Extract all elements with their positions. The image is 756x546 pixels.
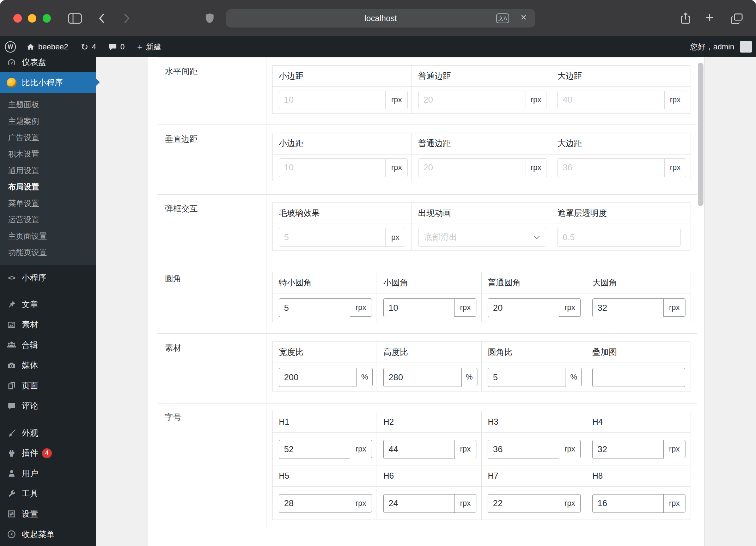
site-name-button[interactable]: beebee2 — [26, 42, 68, 51]
forward-button[interactable] — [124, 13, 130, 24]
subitem-menu-settings[interactable]: 菜单设置 — [0, 195, 96, 212]
back-button[interactable] — [98, 13, 105, 24]
subitem-theme-panel[interactable]: 主题面板 — [0, 97, 96, 113]
home-icon — [26, 43, 35, 51]
sidebar-item-posts[interactable]: 文章 — [0, 294, 96, 315]
new-content-button[interactable]: + 新建 — [137, 42, 161, 52]
unit-rpx: rpx — [663, 298, 685, 317]
sidebar-item-comments[interactable]: 评论 — [0, 396, 96, 416]
mask-opacity-input-group — [557, 228, 690, 247]
chevron-down-icon — [534, 233, 540, 239]
subitem-theme-cases[interactable]: 主题案例 — [0, 113, 96, 130]
sidebar-toggle-button[interactable] — [68, 13, 82, 24]
unit-rpx: rpx — [664, 91, 687, 109]
subitem-layout-settings-current[interactable]: 布局设置 — [0, 179, 96, 195]
admin-content-area: 水平间距 小边距 rpx — [96, 57, 756, 546]
h2-size-input[interactable] — [383, 440, 455, 459]
vspace-small-input-group: rpx — [279, 158, 411, 177]
h1-input-group: rpx — [279, 440, 377, 458]
address-bar[interactable]: localhost 文A × — [226, 9, 535, 28]
h8-size-input[interactable] — [592, 494, 664, 513]
sidebar-item-collapse-menu[interactable]: 收起菜单 — [0, 524, 96, 545]
font-size-group: H1 rpx H5 — [272, 411, 690, 520]
sidebar-item-label: 小程序 — [22, 272, 47, 283]
sidebar-item-tools[interactable]: 工具 — [0, 484, 96, 504]
avatar[interactable] — [740, 41, 752, 53]
row-label: 字号 — [157, 404, 267, 529]
h3-size-input[interactable] — [488, 440, 559, 459]
field-header: H6 — [377, 466, 481, 487]
privacy-shield-icon[interactable] — [205, 13, 214, 24]
blur-input-group: px — [279, 228, 411, 247]
table-row-hspace: 水平间距 小边距 rpx — [157, 57, 697, 125]
sidebar-item-media[interactable]: 媒体 — [0, 355, 96, 376]
collapse-arrow-icon — [6, 529, 17, 539]
subitem-homepage-settings[interactable]: 主页面设置 — [0, 228, 96, 245]
subitem-general-settings[interactable]: 通用设置 — [0, 162, 96, 179]
field-header: H2 — [377, 411, 481, 432]
window-close-button[interactable] — [13, 14, 22, 22]
row-label: 垂直边距 — [157, 125, 267, 194]
bibi-submenu: 主题面板 主题案例 广告设置 积木设置 通用设置 布局设置 菜单设置 运营设置 … — [0, 93, 96, 265]
hspace-small-input[interactable] — [279, 91, 386, 109]
sidebar-item-bibi-miniprogram[interactable]: 比比小程序 — [0, 72, 96, 93]
blur-input[interactable] — [279, 228, 386, 247]
h6-size-input[interactable] — [383, 494, 455, 513]
h1-size-input[interactable] — [279, 440, 350, 459]
mask-opacity-input[interactable] — [557, 228, 681, 247]
overlay-input[interactable] — [592, 368, 685, 387]
vspace-large-input[interactable] — [557, 158, 665, 177]
subitem-block-settings[interactable]: 积木设置 — [0, 146, 96, 163]
field-header: 小边距 — [273, 66, 411, 87]
section-divider — [148, 543, 705, 543]
camera-icon — [6, 360, 17, 370]
updates-button[interactable]: ↻ 4 — [81, 42, 96, 51]
new-tab-button[interactable]: + — [705, 10, 714, 26]
h5-size-input[interactable] — [279, 494, 350, 513]
width-ratio-input-group: % — [279, 368, 377, 386]
unit-percent: % — [356, 368, 373, 386]
window-minimize-button[interactable] — [28, 14, 36, 22]
sidebar-item-pages[interactable]: 页面 — [0, 375, 96, 396]
h7-size-input[interactable] — [488, 494, 559, 513]
hspace-large-input[interactable] — [557, 91, 665, 109]
radius-m-input[interactable] — [488, 298, 559, 317]
wp-logo-button[interactable]: W — [5, 41, 16, 53]
sidebar-item-miniprogram[interactable]: <> 小程序 — [0, 268, 96, 288]
height-ratio-input[interactable] — [383, 368, 462, 387]
sidebar-item-assets[interactable]: 素材 — [0, 315, 96, 335]
window-zoom-button[interactable] — [43, 14, 51, 22]
sidebar-item-plugins[interactable]: 插件 4 — [0, 443, 96, 463]
vspace-small-input[interactable] — [279, 158, 386, 177]
sidebar-item-users[interactable]: 用户 — [0, 463, 96, 484]
hspace-normal-input[interactable] — [418, 91, 525, 109]
clear-url-icon[interactable]: × — [520, 12, 526, 23]
sidebar-item-collections[interactable]: 合辑 — [0, 335, 96, 355]
width-ratio-input[interactable] — [279, 368, 357, 387]
subitem-ad-settings[interactable]: 广告设置 — [0, 129, 96, 146]
panel-scrollbar[interactable] — [698, 63, 703, 206]
account-greeting[interactable]: 您好，admin — [690, 42, 734, 52]
vspace-normal-input[interactable] — [418, 158, 525, 177]
sidebar-item-appearance[interactable]: 外观 — [0, 423, 96, 443]
unit-rpx: rpx — [663, 440, 685, 458]
share-button[interactable] — [680, 12, 691, 25]
comments-button[interactable]: 0 — [109, 42, 124, 51]
dashboard-gauge-icon — [6, 57, 17, 67]
translate-icon[interactable]: 文A — [496, 13, 509, 23]
h4-size-input[interactable] — [592, 440, 664, 459]
radius-ratio-input-group: % — [488, 368, 586, 386]
animation-select[interactable]: 底部滑出 — [418, 228, 546, 247]
menu-separator — [0, 288, 96, 294]
subitem-function-page-settings[interactable]: 功能页设置 — [0, 244, 96, 261]
updates-count: 4 — [92, 42, 96, 51]
sidebar-item-label: 页面 — [22, 380, 38, 391]
comment-bubble-icon — [6, 401, 17, 411]
radius-s-input[interactable] — [383, 298, 455, 317]
radius-xs-input[interactable] — [279, 298, 350, 317]
tab-overview-button[interactable] — [730, 13, 743, 25]
subitem-operation-settings[interactable]: 运营设置 — [0, 212, 96, 228]
sidebar-item-settings[interactable]: 设置 — [0, 504, 96, 524]
radius-ratio-input[interactable] — [488, 368, 566, 387]
radius-l-input[interactable] — [592, 298, 664, 317]
